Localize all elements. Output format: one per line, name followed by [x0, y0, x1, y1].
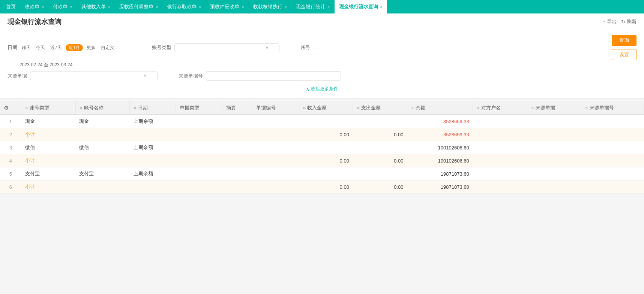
cell-account_name — [75, 154, 130, 167]
cell-doc_type — [176, 181, 222, 194]
close-icon[interactable]: × — [70, 0, 72, 13]
cell-balance: 100102606.60 — [407, 154, 473, 167]
cell-source_doc — [527, 115, 581, 128]
cell-expense — [353, 167, 407, 181]
col-header-expense[interactable]: ⇅支出金额 — [353, 101, 407, 115]
close-icon[interactable]: × — [199, 0, 201, 13]
cell-account_type: 小计 — [21, 154, 76, 167]
col-header-date[interactable]: ⇅日期 — [130, 101, 176, 115]
date-shortcut-今天[interactable]: 今天 — [35, 44, 47, 51]
nav-item-收款核销执行[interactable]: 收款核销执行× — [249, 0, 291, 13]
collapse-bar[interactable]: ∧ 收起更多条件 — [8, 84, 636, 94]
date-label: 日期 — [8, 44, 17, 51]
nav-item-其他收入单[interactable]: 其他收入单× — [77, 0, 115, 13]
cell-source_doc_no — [581, 167, 644, 181]
source-doc-label: 来源单据 — [8, 73, 27, 79]
date-shortcut-自定义[interactable]: 自定义 — [99, 44, 116, 51]
cell-income: 0.00 — [299, 181, 353, 194]
nav-item-应收应付调整单[interactable]: 应收应付调整单× — [115, 0, 162, 13]
close-icon[interactable]: × — [242, 0, 244, 13]
sort-icon: ⇅ — [134, 106, 137, 110]
col-header-doc_no: 单据编号 — [252, 101, 299, 115]
table-row: 2小计0.000.00-3528659.33 — [0, 128, 644, 141]
col-header-income[interactable]: ⇅收入金额 — [299, 101, 353, 115]
close-icon[interactable]: × — [285, 0, 287, 13]
refresh-button[interactable]: ↻ 刷新 — [621, 18, 636, 25]
cell-date — [130, 154, 176, 167]
close-icon[interactable]: × — [156, 0, 158, 13]
nav-item-现金银行统计[interactable]: 现金银行统计× — [291, 0, 334, 13]
sort-icon: ⇅ — [477, 106, 480, 110]
close-icon[interactable]: × — [108, 0, 110, 13]
col-header-source_doc_no[interactable]: ⇅来源单据号 — [581, 101, 644, 115]
cell-date — [130, 181, 176, 194]
source-doc-num-input[interactable] — [206, 71, 341, 81]
setting-button[interactable]: 设置 — [612, 49, 636, 60]
cell-summary — [222, 115, 252, 128]
cell-balance: -3528659.33 — [407, 115, 473, 128]
nav-item-首页[interactable]: 首页 — [2, 0, 20, 13]
cell-account_name: 微信 — [75, 141, 130, 154]
cell-income — [299, 167, 353, 181]
sort-icon: ⇅ — [80, 106, 83, 110]
cell-account_type: 小计 — [21, 128, 76, 141]
date-shortcut-近7天[interactable]: 近7天 — [49, 44, 63, 51]
cell-date: 上期余额 — [130, 115, 176, 128]
nav-item-银行存取款单[interactable]: 银行存取款单× — [163, 0, 206, 13]
col-header-account_name[interactable]: ⇅账号名称 — [75, 101, 130, 115]
close-icon[interactable]: × — [380, 0, 383, 13]
cell-income: 0.00 — [299, 128, 353, 141]
nav-item-付款单[interactable]: 付款单× — [48, 0, 77, 13]
cell-balance: 19871073.60 — [407, 167, 473, 181]
table-row: 3微信微信上期余额100102606.60 — [0, 141, 644, 154]
close-icon[interactable]: × — [327, 0, 330, 13]
account-type-filter-group: 账号类型 ∨ — [152, 43, 279, 52]
source-doc-select[interactable]: ∨ — [30, 72, 158, 80]
source-doc-num-label: 来源单据号 — [179, 73, 203, 79]
date-shortcut-昨天[interactable]: 昨天 — [20, 44, 32, 51]
sort-icon: ⇅ — [585, 106, 588, 110]
cell-source_doc_no — [581, 154, 644, 167]
sort-icon: ⇅ — [303, 106, 306, 110]
account-filter-group: 账号 ··· — [300, 44, 320, 51]
date-range-display: 2023-02-24 至 2023-03-24 — [19, 62, 636, 68]
account-dots[interactable]: ··· — [313, 45, 320, 51]
nav-item-现金银行流水查询[interactable]: 现金银行流水查询× — [335, 0, 387, 13]
query-button[interactable]: 查询 — [612, 35, 636, 46]
cell-source_doc — [527, 154, 581, 167]
account-type-dropdown-arrow: ∨ — [266, 45, 269, 50]
nav-item-收款单[interactable]: 收款单× — [20, 0, 48, 13]
cell-doc_no — [252, 154, 299, 167]
cell-account_type: 微信 — [21, 141, 76, 154]
cell-expense: 0.00 — [353, 181, 407, 194]
cell-doc_type — [176, 128, 222, 141]
cell-doc_no — [252, 141, 299, 154]
cell-account_name — [75, 181, 130, 194]
col-header-balance[interactable]: ⇅余额 — [407, 101, 473, 115]
action-buttons: 查询 设置 — [612, 35, 636, 60]
cell-source_doc — [527, 141, 581, 154]
export-button[interactable]: ↑ 导出 — [603, 18, 617, 25]
data-table-container: ⚙⇅账号类型⇅账号名称⇅日期单据类型摘要单据编号⇅收入金额⇅支出金额⇅余额⇅对方… — [0, 101, 644, 194]
nav-item-预收冲应收单[interactable]: 预收冲应收单× — [206, 0, 248, 13]
filter-area: 日期 昨天今天近7天近1月更多自定义 账号类型 ∨ 账号 ··· 查询 设置 2… — [0, 30, 644, 98]
date-shortcut-更多[interactable]: 更多 — [85, 44, 97, 51]
gear-icon[interactable]: ⚙ — [4, 104, 9, 111]
col-header-doc_type: 单据类型 — [176, 101, 222, 115]
col-header-counterpart[interactable]: ⇅对方户名 — [473, 101, 527, 115]
export-icon: ↑ — [603, 19, 606, 25]
cell-source_doc_no — [581, 181, 644, 194]
cell-num: 1 — [0, 115, 21, 128]
account-type-select[interactable]: ∨ — [174, 43, 279, 52]
cell-num: 6 — [0, 181, 21, 194]
page-header: 现金银行流水查询 ↑ 导出 ↻ 刷新 — [0, 13, 644, 30]
close-icon[interactable]: × — [42, 0, 44, 13]
date-shortcut-近1月[interactable]: 近1月 — [66, 44, 83, 51]
col-header-source_doc[interactable]: ⇅来源单据 — [527, 101, 581, 115]
cell-expense: 0.00 — [353, 128, 407, 141]
cell-summary — [222, 128, 252, 141]
cell-summary — [222, 154, 252, 167]
col-header-account_type[interactable]: ⇅账号类型 — [21, 101, 76, 115]
collapse-icon: ∧ — [306, 87, 309, 92]
cell-income — [299, 141, 353, 154]
